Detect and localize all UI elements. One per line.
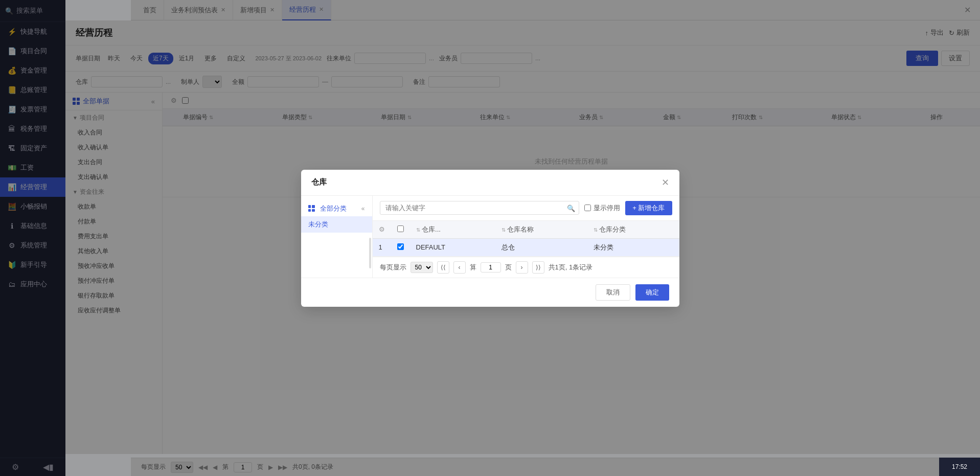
modal-table-area: ⚙ ⇅ 仓库... ⇅	[373, 221, 679, 257]
modal-overlay: 仓库 ✕ 全部分类 « 未分类	[0, 0, 980, 476]
th-modal-check	[391, 221, 410, 239]
left-scroll-indicator	[301, 233, 372, 268]
modal-left-items: 未分类	[301, 216, 372, 233]
add-warehouse-button[interactable]: + 新增仓库	[625, 201, 672, 215]
modal-total-label: 共1页, 1条记录	[549, 263, 593, 272]
show-disabled-checkbox[interactable]	[584, 205, 591, 211]
row-checkbox[interactable]	[397, 243, 404, 250]
modal-body: 全部分类 « 未分类 🔍	[301, 196, 679, 278]
td-checkbox	[391, 238, 410, 256]
sort-category-icon: ⇅	[594, 227, 598, 233]
modal-page-size-select[interactable]: 50	[411, 262, 433, 273]
sort-name-icon: ⇅	[502, 227, 506, 233]
modal-close-button[interactable]: ✕	[662, 177, 669, 188]
modal-search-area: 🔍	[380, 201, 580, 215]
modal-title: 仓库	[311, 177, 327, 187]
pagination-last[interactable]: ⟩⟩	[532, 261, 544, 274]
warehouse-modal: 仓库 ✕ 全部分类 « 未分类	[301, 170, 679, 307]
th-warehouse-name: ⇅ 仓库名称	[495, 221, 587, 239]
pagination-first[interactable]: ⟨⟨	[437, 261, 449, 274]
modal-toolbar: 🔍 显示停用 + 新增仓库	[373, 196, 679, 221]
td-warehouse-name: 总仓	[495, 238, 587, 256]
pagination-prev[interactable]: ‹	[453, 261, 466, 274]
modal-left-header: 全部分类 «	[301, 201, 372, 216]
modal-collapse-icon[interactable]: «	[361, 205, 365, 212]
modal-page-input[interactable]	[481, 262, 501, 273]
modal-page-unit: 页	[505, 263, 512, 272]
table-row[interactable]: 1 DEFAULT 总仓 未分类	[373, 238, 679, 256]
sort-code-icon: ⇅	[416, 227, 420, 233]
cancel-button[interactable]: 取消	[596, 284, 630, 301]
modal-grid-icon	[308, 205, 315, 212]
modal-right-panel: 🔍 显示停用 + 新增仓库 ⚙	[373, 196, 679, 278]
time-display: 17:52	[952, 463, 967, 470]
td-row-num: 1	[373, 238, 391, 256]
statusbar: 17:52	[939, 458, 980, 476]
modal-all-category-label: 全部分类	[320, 204, 347, 213]
pagination-next[interactable]: ›	[516, 261, 528, 274]
modal-search-input[interactable]	[380, 201, 580, 215]
modal-search-icon: 🔍	[567, 204, 575, 212]
modal-pagination: 每页显示 50 ⟨⟨ ‹ 算 页 › ⟩⟩ 共1页, 1条记录	[373, 257, 679, 278]
modal-select-all[interactable]	[397, 225, 404, 232]
warehouse-table: ⚙ ⇅ 仓库... ⇅	[373, 221, 679, 257]
td-warehouse-category: 未分类	[587, 238, 679, 256]
show-disabled-checkbox-label[interactable]: 显示停用	[584, 203, 620, 213]
show-disabled-label: 显示停用	[594, 203, 620, 213]
modal-left-panel: 全部分类 « 未分类	[301, 196, 373, 278]
modal-page-size-label: 每页显示	[380, 263, 406, 272]
td-warehouse-code: DEFAULT	[410, 238, 495, 256]
modal-actions: 取消 确定	[301, 278, 679, 307]
modal-header: 仓库 ✕	[301, 170, 679, 196]
modal-page-label: 算	[470, 263, 476, 272]
confirm-button[interactable]: 确定	[635, 284, 669, 301]
th-warehouse-category: ⇅ 仓库分类	[587, 221, 679, 239]
th-settings-col: ⚙	[373, 221, 391, 239]
modal-uncategorized-item[interactable]: 未分类	[301, 216, 372, 233]
th-gear-icon[interactable]: ⚙	[379, 225, 385, 233]
th-warehouse-code: ⇅ 仓库...	[410, 221, 495, 239]
